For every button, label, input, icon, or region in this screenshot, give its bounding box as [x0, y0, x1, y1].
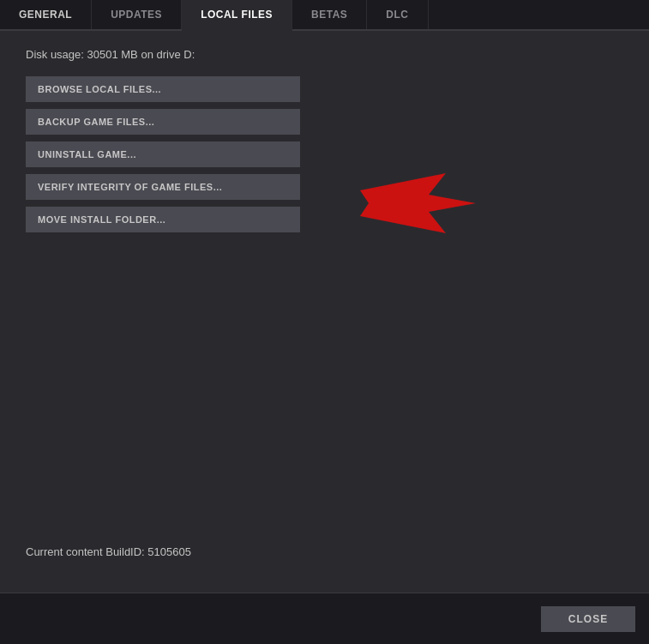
footer: CLOSE	[0, 593, 649, 644]
btn-move-install[interactable]: MOVE INSTALL FOLDER...	[26, 207, 300, 232]
close-button[interactable]: CLOSE	[541, 606, 635, 632]
btn-browse-local[interactable]: BROWSE LOCAL FILES...	[26, 76, 300, 102]
btn-verify-integrity[interactable]: VERIFY INTEGRITY OF GAME FILES...	[26, 174, 300, 200]
tab-betas[interactable]: BETAS	[292, 0, 367, 29]
tab-dlc[interactable]: DLC	[367, 0, 428, 29]
tab-bar: GENERALUPDATESLOCAL FILESBETASDLC	[0, 0, 649, 31]
main-content: Disk usage: 30501 MB on drive D: BROWSE …	[0, 31, 649, 593]
disk-usage-label: Disk usage: 30501 MB on drive D:	[26, 48, 623, 61]
tab-local-files[interactable]: LOCAL FILES	[182, 0, 292, 31]
annotation-arrow	[309, 169, 480, 238]
svg-marker-0	[360, 173, 476, 233]
btn-backup-game[interactable]: BACKUP GAME FILES...	[26, 109, 300, 135]
buttons-section: BROWSE LOCAL FILES...BACKUP GAME FILES..…	[26, 76, 300, 232]
btn-uninstall-game[interactable]: UNINSTALL GAME...	[26, 141, 300, 167]
build-id-label: Current content BuildID: 5105605	[26, 545, 623, 575]
tab-updates[interactable]: UPDATES	[92, 0, 182, 29]
tab-general[interactable]: GENERAL	[0, 0, 92, 29]
